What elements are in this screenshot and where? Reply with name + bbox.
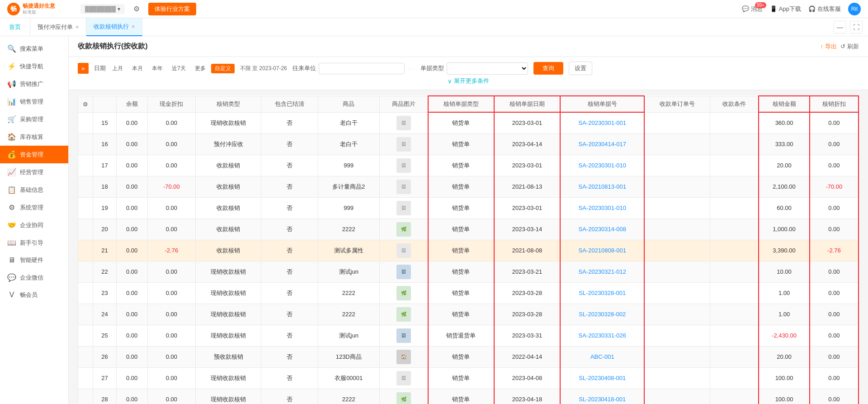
cell-balance: 0.00 xyxy=(116,325,147,346)
tab-close-prepay[interactable]: × xyxy=(75,24,79,30)
table-row: 19 0.00 0.00 收款核销 否 999 🖼 销货单 2023-03-01… xyxy=(78,197,859,219)
last7-btn[interactable]: 近7天 xyxy=(168,64,189,73)
sidebar-item-vip[interactable]: V 畅会员 xyxy=(0,286,68,304)
doc-no-link[interactable]: SA-20230301-010 xyxy=(579,162,627,169)
data-table: ⚙ 余额 现金折扣 核销类型 包含已结清 商品 商品图片 核销单据类型 核销单据… xyxy=(78,95,859,404)
doc-no-link[interactable]: SA-20230321-012 xyxy=(579,268,627,275)
cell-goods-img: 🖼 xyxy=(379,155,428,176)
tab-receipt-verify[interactable]: 收款核销执行 × xyxy=(86,18,142,36)
tab-close-receipt[interactable]: × xyxy=(132,24,135,30)
custom-date-btn[interactable]: 自定义 xyxy=(211,64,235,73)
sidebar-item-shortcut[interactable]: ⚡ 快捷导航 xyxy=(0,57,68,75)
cell-goods-img: 🖼 xyxy=(379,325,428,346)
doc-no-link[interactable]: SL-20230418-001 xyxy=(579,396,626,403)
layout: 🔍 搜索菜单 ⚡ 快捷导航 📢 营销推广 📊 销售管理 🛒 采购管理 🏠 库存核… xyxy=(0,36,868,404)
this-year-btn[interactable]: 本年 xyxy=(148,64,166,73)
last-month-btn[interactable]: 上月 xyxy=(108,64,127,73)
sidebar-item-purchase[interactable]: 🛒 采购管理 xyxy=(0,110,68,128)
cell-verify-doc-type: 销货单 xyxy=(428,155,494,176)
cell-verify-doc-no: SA-20230301-010 xyxy=(560,155,644,176)
cell-verify-doc-type: 销货单 xyxy=(428,261,494,282)
sidebar-item-wechat[interactable]: 💬 企业微信 xyxy=(0,269,68,286)
tab-prepay[interactable]: 预付冲应付单 × xyxy=(30,18,86,36)
sidebar-item-system[interactable]: ⚙ 系统管理 xyxy=(0,199,68,216)
cell-verify-type: 现销收款核销 xyxy=(196,112,261,133)
tab-home[interactable]: 首页 xyxy=(0,18,30,36)
trial-button[interactable]: 体验行业方案 xyxy=(148,3,196,15)
shortcut-icon: ⚡ xyxy=(7,62,16,71)
refresh-button[interactable]: ↺ 刷新 xyxy=(840,43,859,51)
online-service-button[interactable]: 🎧 在线客服 xyxy=(808,5,841,13)
cell-verify-doc-date: 2023-04-18 xyxy=(494,389,560,404)
cell-settings xyxy=(78,367,93,389)
doc-no-link[interactable]: SL-20230328-002 xyxy=(579,311,626,318)
app-download-button[interactable]: 📱 App下载 xyxy=(770,5,801,13)
cell-verify-doc-date: 2023-03-01 xyxy=(494,155,560,176)
app-name: 畅捷通好生意 xyxy=(23,3,55,9)
sidebar-item-inventory[interactable]: 🏠 库存核算 xyxy=(0,128,68,146)
sidebar-item-marketing[interactable]: 📢 营销推广 xyxy=(0,75,68,93)
this-month-btn[interactable]: 本月 xyxy=(128,64,146,73)
cell-balance: 0.00 xyxy=(116,282,147,304)
sidebar-item-search[interactable]: 🔍 搜索菜单 xyxy=(0,40,68,57)
cell-num: 28 xyxy=(93,389,117,404)
doc-no-link[interactable]: SA-20230331-026 xyxy=(579,332,627,339)
sidebar-item-enterprise-collab[interactable]: 🤝 企业协同 xyxy=(0,216,68,234)
cell-verify-discount: 0.00 xyxy=(810,389,859,404)
cell-verify-doc-type: 销货单 xyxy=(428,282,494,304)
export-button[interactable]: ↑ 导出 xyxy=(821,43,837,51)
sidebar-item-hardware[interactable]: 🖥 智能硬件 xyxy=(0,252,68,269)
cell-verify-doc-type: 销货退货单 xyxy=(428,325,494,346)
sidebar-item-finance[interactable]: 💰 资金管理 xyxy=(0,146,68,163)
sidebar-item-guide[interactable]: 📖 新手引导 xyxy=(0,234,68,252)
doc-no-link[interactable]: ABC-001 xyxy=(590,353,614,360)
doc-no-link[interactable]: SL-20230328-001 xyxy=(579,290,626,296)
expand-more-conditions[interactable]: ∨ 展开更多条件 xyxy=(78,77,859,85)
doc-no-link[interactable]: SA-20210808-001 xyxy=(579,247,627,254)
hardware-icon: 🖥 xyxy=(7,256,16,264)
table-row: 21 0.00 -2.76 收款核销 否 测试多属性 🖼 销货单 2021-08… xyxy=(78,240,859,261)
sidebar-item-basic-info[interactable]: 📋 基础信息 xyxy=(0,181,68,199)
doc-type-select[interactable] xyxy=(447,62,528,75)
cell-goods: 衣服00001 xyxy=(318,367,379,389)
more-date-btn[interactable]: 更多 xyxy=(191,64,209,73)
doc-no-link[interactable]: SA-20210813-001 xyxy=(579,183,627,190)
cell-verify-doc-date: 2023-03-28 xyxy=(494,304,560,325)
cell-receipt-condition xyxy=(710,240,759,261)
message-button[interactable]: 💬 消息 99+ xyxy=(742,5,763,13)
doc-no-link[interactable]: SA-20230301-001 xyxy=(579,119,627,126)
purchase-icon: 🛒 xyxy=(7,115,16,124)
tab-maximize-button[interactable]: ⛶ xyxy=(850,21,863,33)
system-icon: ⚙ xyxy=(7,203,16,212)
col-included-settled: 包含已结清 xyxy=(261,96,318,112)
doc-type-group: 单据类型 xyxy=(420,62,528,75)
doc-no-link[interactable]: SA-20230301-010 xyxy=(579,204,627,211)
sidebar-item-operations[interactable]: 📈 经营管理 xyxy=(0,163,68,181)
user-avatar[interactable]: Rit xyxy=(848,3,861,15)
doc-no-link[interactable]: SL-20230408-001 xyxy=(579,375,626,381)
cell-num: 25 xyxy=(93,325,117,346)
sidebar-item-sales[interactable]: 📊 销售管理 xyxy=(0,93,68,110)
col-cash-discount: 现金折扣 xyxy=(147,96,196,112)
cell-goods: 测试jun xyxy=(318,325,379,346)
cell-balance: 0.00 xyxy=(116,240,147,261)
settings-button[interactable]: 设置 xyxy=(569,62,592,75)
cell-receipt-order-no xyxy=(644,346,710,367)
col-balance: 余额 xyxy=(116,96,147,112)
cell-num: 21 xyxy=(93,240,117,261)
app-edition: 标准版 xyxy=(23,10,55,15)
doc-no-link[interactable]: SA-20230314-008 xyxy=(579,226,627,233)
cell-included-settled: 否 xyxy=(261,155,318,176)
expand-filter-button[interactable]: » xyxy=(78,63,89,74)
company-selector[interactable]: ████████ ▾ xyxy=(80,4,125,14)
cell-verify-doc-type: 销货单 xyxy=(428,133,494,155)
query-button[interactable]: 查询 xyxy=(533,62,563,75)
cell-settings xyxy=(78,176,93,197)
doc-no-link[interactable]: SA-20230414-017 xyxy=(579,141,627,147)
cell-num: 15 xyxy=(93,112,117,133)
tab-minimize-button[interactable]: — xyxy=(834,21,846,33)
gear-button[interactable]: ⚙ xyxy=(130,3,143,15)
cell-goods-img: 🖼 xyxy=(379,112,428,133)
from-unit-input[interactable] xyxy=(319,63,405,74)
cell-settings xyxy=(78,219,93,240)
